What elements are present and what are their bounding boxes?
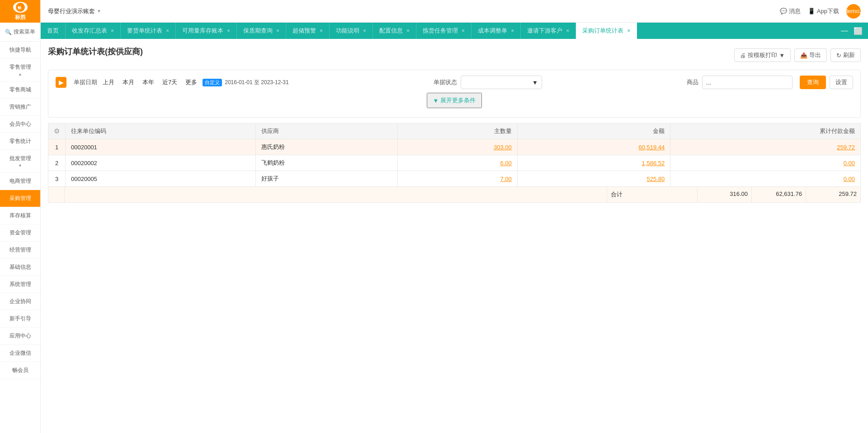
sidebar-item-vip[interactable]: 畅会员: [0, 362, 40, 379]
sidebar-item-ecommerce[interactable]: 电商管理: [0, 173, 40, 190]
tab-close-icon[interactable]: ×: [566, 28, 569, 34]
tab-maximize-button[interactable]: ⬜: [852, 25, 864, 37]
sidebar-item-basic[interactable]: 基础信息: [0, 259, 40, 276]
top-bar-left: 母婴行业演示账套 ▼: [48, 7, 101, 15]
tab-cost-adjust[interactable]: 成本调整单 ×: [472, 23, 521, 39]
user-avatar[interactable]: demo2: [846, 4, 861, 19]
goods-filter-container: 商品 ...: [687, 76, 793, 89]
sidebar-item-wholesale[interactable]: 批发管理 ▼: [0, 150, 40, 173]
expand-more-button[interactable]: ▼ 展开更多条件: [427, 93, 482, 108]
gear-icon[interactable]: ⚙: [54, 127, 60, 135]
refresh-button[interactable]: ↻ 刷新: [830, 48, 861, 62]
sidebar-item-operations[interactable]: 经营管理: [0, 242, 40, 259]
tab-close-icon[interactable]: ×: [511, 28, 514, 34]
tab-close-icon[interactable]: ×: [320, 28, 323, 34]
col-paid: 累计付款金额: [670, 124, 861, 139]
goods-input[interactable]: ...: [702, 76, 793, 89]
app-download-button[interactable]: 📱 App下载: [808, 7, 839, 15]
table-row[interactable]: 1 00020001 惠氏奶粉 303.00 60,519.44 259.72: [48, 139, 861, 155]
status-select[interactable]: ▼: [461, 76, 542, 89]
page-title: 采购订单统计表(按供应商): [48, 46, 143, 57]
chevron-down-icon: ▼: [779, 52, 785, 59]
search-button[interactable]: 查询: [800, 76, 826, 89]
date-range-display: 2016-01-01 至 2023-12-31: [225, 79, 288, 86]
sidebar-item-retail-mall[interactable]: 零售商城: [0, 81, 40, 99]
tab-minimize-button[interactable]: —: [839, 25, 850, 37]
sidebar-item-retail-stats[interactable]: 零售统计: [0, 133, 40, 150]
row-supplier: 惠氏奶粉: [255, 139, 398, 155]
tab-purchase-stats[interactable]: 采购订单统计表 ×: [576, 23, 637, 39]
tab-usable-stock[interactable]: 可用量库存账本 ×: [176, 23, 237, 39]
workspace-selector[interactable]: 母婴行业演示账套 ▼: [48, 7, 101, 15]
table-container: ⚙ 往来单位编码 供应商 主数量 金额 累计付款金额 1 00020001 惠氏…: [48, 123, 861, 203]
footer-label: 合计: [607, 187, 698, 202]
tab-function-desc[interactable]: 功能说明 ×: [330, 23, 373, 39]
sidebar-item-member[interactable]: 会员中心: [0, 116, 40, 133]
tab-overstock[interactable]: 超储预警 ×: [286, 23, 330, 39]
sidebar-item-inventory[interactable]: 库存核算: [0, 207, 40, 224]
row-paid: 0.00: [670, 171, 861, 187]
col-settings[interactable]: ⚙: [48, 124, 66, 139]
tab-pick-task[interactable]: 拣货任务管理 ×: [416, 23, 472, 39]
status-label: 单据状态: [434, 78, 457, 86]
sidebar-item-marketing[interactable]: 营销推广: [0, 99, 40, 116]
sidebar-item-enterprise[interactable]: 企业协同: [0, 293, 40, 310]
sidebar-item-app-center[interactable]: 应用中心: [0, 328, 40, 345]
tab-collect-dispatch[interactable]: 收发存汇总表 ×: [66, 23, 121, 39]
tab-close-icon[interactable]: ×: [363, 28, 366, 34]
shortcut-this-year[interactable]: 本年: [140, 77, 157, 87]
sidebar-item-newbie[interactable]: 新手引导: [0, 310, 40, 328]
chevron-down-icon: ▼: [433, 97, 439, 104]
tab-close-icon[interactable]: ×: [111, 28, 114, 34]
row-code: 00020005: [66, 171, 256, 187]
tab-close-icon[interactable]: ×: [462, 28, 465, 34]
footer-amount: 62,631.76: [752, 187, 806, 202]
sidebar-item-retail[interactable]: 零售管理 ▲: [0, 59, 40, 81]
shortcut-this-month[interactable]: 本月: [120, 77, 137, 87]
tab-order-stats[interactable]: 要货单统计表 ×: [121, 23, 176, 39]
table-row[interactable]: 3 00020005 好孩子 7.00 525.80 0.00: [48, 171, 861, 187]
sidebar: 畅 标胜 🔍 搜索菜单 快捷导航 零售管理 ▲ 零售商城 营销推广 会员中心 零…: [0, 0, 41, 433]
col-supplier-code: 往来单位编码: [66, 124, 256, 139]
sidebar-item-purchase[interactable]: 采购管理: [0, 190, 40, 207]
tab-invite-downstream[interactable]: 邀请下游客户 ×: [521, 23, 576, 39]
shortcut-more[interactable]: 更多: [183, 77, 200, 87]
shortcut-last7[interactable]: 近7天: [160, 77, 180, 87]
sidebar-item-finance[interactable]: 资金管理: [0, 224, 40, 242]
tab-close-icon[interactable]: ×: [166, 28, 169, 34]
filter-date-area: 单据日期 上月 本月 本年 近7天 更多 自定义 2016-01-01 至 20…: [74, 77, 289, 87]
tab-close-icon[interactable]: ×: [627, 28, 630, 34]
sidebar-search-area: 🔍 搜索菜单: [0, 23, 40, 42]
row-code: 00020001: [66, 139, 256, 155]
date-to: 2023-12-31: [261, 79, 288, 86]
export-button[interactable]: 📤 导出: [794, 48, 827, 62]
filter-main-row: ▶ 单据日期 上月 本月 本年 近7天 更多 自定义 2016-01-01 至: [56, 76, 853, 89]
sidebar-item-enterprise-wechat[interactable]: 企业微信: [0, 345, 40, 362]
settings-button[interactable]: 设置: [830, 76, 853, 89]
row-qty: 7.00: [398, 171, 518, 187]
footer-paid: 259.72: [806, 187, 860, 202]
messages-button[interactable]: 💬 消息: [780, 7, 801, 15]
tab-close-icon[interactable]: ×: [227, 28, 230, 34]
tab-home[interactable]: 首页: [41, 23, 66, 39]
shortcut-last-month[interactable]: 上月: [100, 77, 117, 87]
print-icon: 🖨: [740, 52, 746, 59]
tab-config-info[interactable]: 配置信息 ×: [373, 23, 416, 39]
tab-close-icon[interactable]: ×: [406, 28, 410, 34]
tab-expiry-query[interactable]: 保质期查询 ×: [237, 23, 286, 39]
logo-text: 标胜: [15, 14, 26, 21]
table-footer: 合计 316.00 62,631.76 259.72: [48, 187, 861, 203]
sidebar-item-system[interactable]: 系统管理: [0, 276, 40, 293]
table-header: ⚙ 往来单位编码 供应商 主数量 金额 累计付款金额: [48, 124, 861, 139]
sidebar-item-quick-nav[interactable]: 快捷导航: [0, 42, 40, 59]
template-print-button[interactable]: 🖨 按模板打印 ▼: [734, 48, 791, 62]
tab-close-icon[interactable]: ×: [276, 28, 279, 34]
search-menu-button[interactable]: 🔍 搜索菜单: [3, 26, 38, 38]
goods-placeholder: ...: [706, 79, 711, 86]
filter-toggle-button[interactable]: ▶: [56, 77, 66, 88]
page-header: 采购订单统计表(按供应商) 🖨 按模板打印 ▼ 📤 导出 ↻ 刷新: [48, 46, 861, 64]
refresh-icon: ↻: [836, 52, 841, 59]
goods-label: 商品: [687, 78, 698, 86]
page-content: 采购订单统计表(按供应商) 🖨 按模板打印 ▼ 📤 导出 ↻ 刷新: [41, 39, 868, 433]
table-row[interactable]: 2 00020002 飞鹤奶粉 6.00 1,586.52 0.00: [48, 155, 861, 171]
